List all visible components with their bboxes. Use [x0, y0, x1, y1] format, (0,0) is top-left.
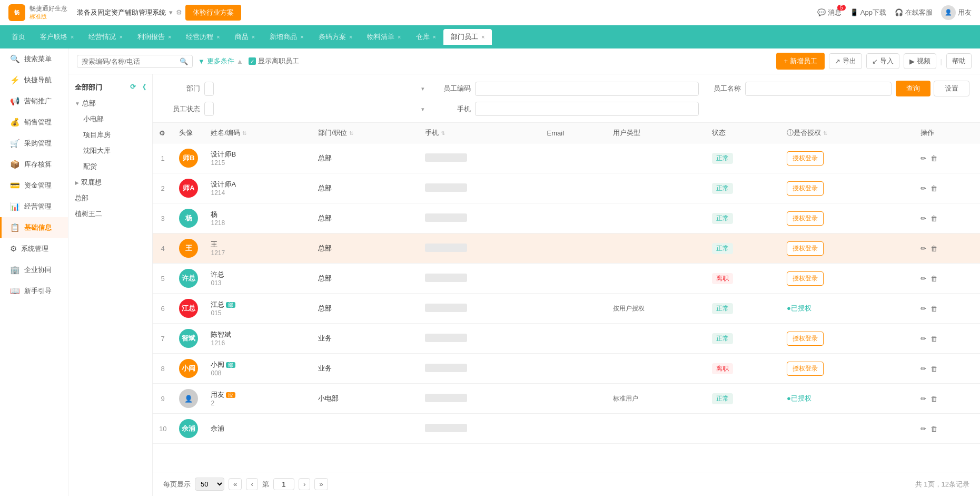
dept-node-xiangmu[interactable]: 项目库房 [68, 127, 152, 143]
delete-button[interactable]: 🗑 [930, 425, 937, 433]
user-menu[interactable]: 👤 用友 [941, 5, 972, 20]
delete-button[interactable]: 🗑 [930, 184, 937, 192]
col-name-code[interactable]: 姓名/编码 ⇅ [204, 123, 311, 143]
dept-refresh-icon[interactable]: ⟳ [130, 83, 136, 92]
close-tab-icon[interactable]: × [433, 34, 436, 40]
sidebar-item-shortcut[interactable]: ⚡快捷导航 [0, 70, 68, 91]
auth-login-button[interactable]: 授权登录 [787, 241, 824, 256]
delete-button[interactable]: 🗑 [930, 305, 937, 313]
close-tab-icon[interactable]: × [349, 34, 352, 40]
filter-emp-name-input[interactable] [745, 82, 892, 96]
dept-node-zongbu2[interactable]: 总部 [68, 190, 152, 206]
close-tab-icon[interactable]: × [481, 34, 484, 40]
gear-icon[interactable]: ⚙ [176, 8, 182, 16]
dept-node-zongbu-root[interactable]: ▼ 总部 [68, 95, 152, 111]
close-tab-icon[interactable]: × [300, 34, 303, 40]
col-dept[interactable]: 部门/职位 ⇅ [312, 123, 419, 143]
app-download-button[interactable]: 📱 App下载 [850, 8, 886, 17]
edit-button[interactable]: ✏ [920, 215, 926, 222]
auth-login-button[interactable]: 授权登录 [787, 211, 824, 226]
export-button[interactable]: ↗ 导出 [829, 53, 862, 69]
delete-button[interactable]: 🗑 [930, 245, 937, 252]
sidebar-item-operation[interactable]: 📊经营管理 [0, 196, 68, 217]
nav-tab-物料清单[interactable]: 物料清单× [360, 29, 408, 45]
close-tab-icon[interactable]: × [71, 34, 74, 40]
nav-tab-新增商品[interactable]: 新增商品× [262, 29, 311, 45]
auth-login-button[interactable]: 授权登录 [787, 271, 824, 286]
dept-node-zhishu[interactable]: 植树王二 [68, 206, 152, 222]
col-auth[interactable]: ⓘ是否授权 ⇅ [780, 123, 898, 143]
col-phone[interactable]: 手机 ⇅ [419, 123, 541, 143]
next-page-button[interactable]: › [299, 478, 310, 490]
sidebar-item-system[interactable]: ⚙系统管理 [0, 238, 68, 259]
close-tab-icon[interactable]: × [168, 34, 171, 40]
sidebar-item-guide[interactable]: 📖新手引导 [0, 280, 68, 302]
edit-button[interactable]: ✏ [920, 395, 926, 403]
sidebar-item-search[interactable]: 🔍搜索菜单 [0, 48, 68, 70]
edit-button[interactable]: ✏ [920, 154, 926, 162]
dept-node-xiaodian[interactable]: 小电部 [68, 111, 152, 127]
last-page-button[interactable]: » [314, 478, 328, 490]
prev-page-button[interactable]: ‹ [246, 478, 258, 490]
nav-tab-首页[interactable]: 首页 [4, 29, 33, 45]
edit-button[interactable]: ✏ [920, 365, 926, 373]
page-size-select[interactable]: 50 100 200 [195, 478, 224, 491]
delete-button[interactable]: 🗑 [930, 365, 937, 373]
help-button[interactable]: 帮助 [946, 53, 972, 69]
edit-button[interactable]: ✏ [920, 245, 926, 252]
dept-node-peihuo[interactable]: 配货 [68, 159, 152, 174]
edit-button[interactable]: ✏ [920, 335, 926, 343]
sidebar-item-finance[interactable]: 💳资金管理 [0, 175, 68, 196]
filter-phone-input[interactable] [475, 102, 699, 116]
edit-button[interactable]: ✏ [920, 425, 926, 433]
show-resigned-toggle[interactable]: ✓ 显示离职员工 [249, 56, 299, 66]
trial-button[interactable]: 体验行业方案 [185, 5, 241, 21]
sidebar-item-marketing[interactable]: 📢营销推广 [0, 91, 68, 112]
close-tab-icon[interactable]: × [398, 34, 401, 40]
import-button[interactable]: ↙ 导入 [866, 53, 899, 69]
reset-button[interactable]: 设置 [934, 81, 969, 96]
close-tab-icon[interactable]: × [216, 34, 220, 40]
page-number-input[interactable] [273, 478, 294, 490]
nav-tab-商品[interactable]: 商品× [227, 29, 262, 45]
search-input[interactable] [82, 57, 176, 65]
delete-button[interactable]: 🗑 [930, 215, 937, 222]
dept-collapse-icon[interactable]: 《 [139, 83, 146, 92]
delete-button[interactable]: 🗑 [930, 335, 937, 343]
filter-dept-select[interactable] [204, 82, 214, 96]
add-employee-button[interactable]: + 新增员工 [776, 53, 824, 70]
edit-button[interactable]: ✏ [920, 184, 926, 192]
nav-tab-经营情况[interactable]: 经营情况× [81, 29, 130, 45]
nav-tab-条码方案[interactable]: 条码方案× [311, 29, 360, 45]
col-settings[interactable]: ⚙ [153, 123, 173, 143]
sidebar-item-basic[interactable]: 📋基础信息 [0, 217, 68, 238]
dropdown-arrow-icon[interactable]: ▾ [169, 8, 173, 16]
edit-button[interactable]: ✏ [920, 305, 926, 313]
filter-emp-code-input[interactable] [475, 82, 699, 96]
sidebar-item-enterprise[interactable]: 🏢企业协同 [0, 259, 68, 280]
first-page-button[interactable]: « [229, 478, 242, 490]
online-service-button[interactable]: 🎧 在线客服 [895, 8, 933, 17]
close-tab-icon[interactable]: × [119, 34, 122, 40]
nav-tab-客户联络[interactable]: 客户联络× [33, 29, 81, 45]
dept-node-shuanglu[interactable]: ▶ 双鹿想 [68, 174, 152, 190]
auth-login-button[interactable]: 授权登录 [787, 151, 824, 166]
delete-button[interactable]: 🗑 [930, 395, 937, 403]
auth-login-button[interactable]: 授权登录 [787, 332, 824, 346]
close-tab-icon[interactable]: × [252, 34, 255, 40]
auth-login-button[interactable]: 授权登录 [787, 181, 824, 196]
sidebar-item-inventory[interactable]: 📦库存核算 [0, 154, 68, 175]
dept-node-shenyang[interactable]: 沈阳大库 [68, 143, 152, 159]
sidebar-item-sales[interactable]: 💰销售管理 [0, 112, 68, 133]
video-button[interactable]: ▶ 视频 [904, 53, 936, 69]
delete-button[interactable]: 🗑 [930, 154, 937, 162]
nav-tab-部门员工[interactable]: 部门员工× [443, 29, 492, 45]
delete-button[interactable]: 🗑 [930, 275, 937, 283]
filter-more-button[interactable]: ▼ 更多条件 ▲ [198, 56, 243, 66]
nav-tab-利润报告[interactable]: 利润报告× [130, 29, 179, 45]
query-button[interactable]: 查询 [896, 81, 930, 96]
filter-emp-status-select[interactable] [204, 102, 214, 116]
auth-login-button[interactable]: 授权登录 [787, 362, 824, 376]
edit-button[interactable]: ✏ [920, 275, 926, 283]
nav-tab-经营历程[interactable]: 经营历程× [179, 29, 227, 45]
